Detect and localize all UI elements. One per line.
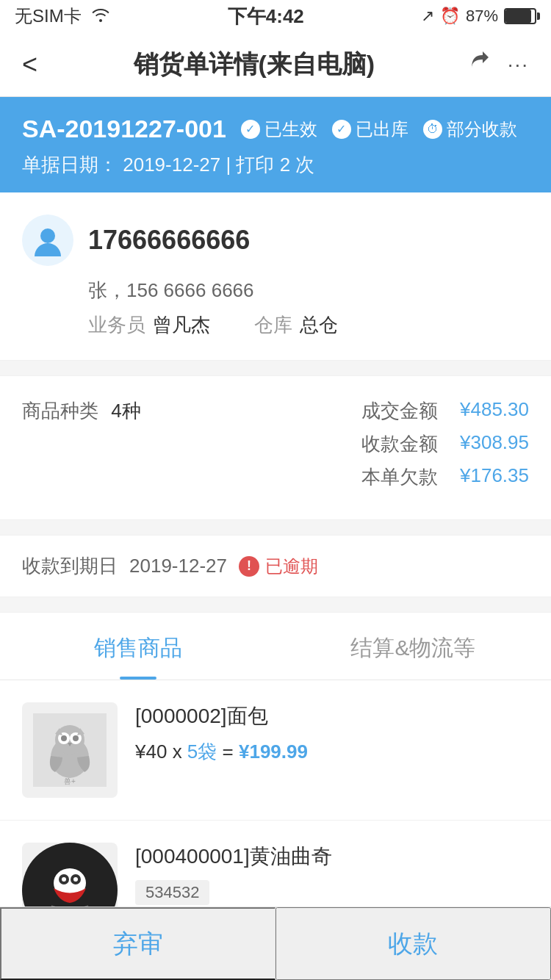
amount-label: 成交金额 (361, 398, 438, 424)
battery-percent: 87% (466, 7, 498, 26)
wifi-icon (90, 6, 111, 26)
check-icon-1: ✓ (241, 120, 260, 139)
bottom-bar: 弃审 收款 (0, 907, 551, 980)
status-shipped-label: 已出库 (356, 118, 408, 141)
customer-section: 17666666666 张，156 6666 6666 业务员 曾凡杰 仓库 总… (0, 192, 551, 361)
due-label: 收款到期日 (22, 553, 118, 579)
svg-point-14 (73, 877, 78, 882)
product-sku-2: 534532 (135, 880, 209, 905)
order-date: 2019-12-27 (123, 154, 220, 176)
received-value: ¥308.95 (460, 431, 529, 457)
sales-label: 业务员 (88, 312, 145, 338)
product-unit-price-1: ¥40 (135, 741, 167, 763)
tab-sales-products[interactable]: 销售商品 (0, 613, 276, 680)
type-value: 4种 (111, 400, 140, 422)
order-id-row: SA-20191227-001 ✓ 已生效 ✓ 已出库 ⏱ 部分收款 (22, 115, 529, 143)
order-header: SA-20191227-001 ✓ 已生效 ✓ 已出库 ⏱ 部分收款 单据日期：… (0, 97, 551, 192)
due-date: 2019-12-27 (129, 555, 227, 577)
status-left: 无SIM卡 (15, 4, 111, 28)
order-date-row: 单据日期： 2019-12-27 | 打印 2 次 (22, 152, 529, 178)
summary-row: 商品种类 4种 成交金额 ¥485.30 收款金额 ¥308.95 本单欠款 ¥… (22, 398, 529, 497)
print-info: | 打印 2 次 (226, 154, 314, 176)
back-button[interactable]: < (22, 42, 45, 87)
sales-meta: 业务员 曾凡杰 (88, 312, 210, 338)
customer-meta: 业务员 曾凡杰 仓库 总仓 (22, 312, 529, 338)
customer-row: 17666666666 (22, 215, 529, 266)
customer-name: 张，156 6666 6666 (22, 278, 529, 303)
type-label: 商品种类 4种 (22, 398, 141, 424)
customer-id[interactable]: 17666666666 (88, 225, 250, 256)
amount-value: ¥485.30 (460, 398, 529, 424)
svg-point-0 (40, 228, 55, 243)
svg-point-6 (61, 735, 67, 741)
owed-item: 本单欠款 ¥176.35 (361, 464, 529, 490)
status-partial-label: 部分收款 (447, 118, 517, 141)
status-effective: ✓ 已生效 (241, 118, 317, 141)
due-section: 收款到期日 2019-12-27 ! 已逾期 (0, 535, 551, 597)
abandon-review-button[interactable]: 弃审 (0, 907, 276, 980)
warehouse-meta: 仓库 总仓 (254, 312, 338, 338)
page-title: 销货单详情(来自电脑) (45, 48, 464, 82)
status-right: ↗ ⏰ 87% (421, 7, 536, 26)
nav-bar: < 销货单详情(来自电脑) ··· (0, 32, 551, 97)
product-name-2: [000400001]黄油曲奇 (135, 843, 529, 871)
collect-payment-button[interactable]: 收款 (276, 907, 552, 980)
tabs-row: 销售商品 结算&物流等 (0, 613, 551, 680)
product-price-1: ¥40 x 5袋 = ¥199.99 (135, 739, 529, 765)
carrier-text: 无SIM卡 (15, 4, 82, 28)
svg-point-13 (62, 877, 66, 882)
overdue-label: 已逾期 (265, 555, 318, 578)
alarm-icon: ⏰ (440, 7, 460, 26)
status-time: 下午4:42 (228, 4, 304, 29)
tab-settlement[interactable]: 结算&物流等 (276, 613, 551, 680)
product-info-1: [0000002]面包 ¥40 x 5袋 = ¥199.99 (135, 702, 529, 765)
product-thumb-1: 兽+ (22, 702, 118, 798)
tab-sales-label: 销售商品 (94, 635, 182, 660)
tab-settlement-label: 结算&物流等 (350, 635, 475, 660)
nav-actions: ··· (464, 48, 529, 81)
status-bar: 无SIM卡 下午4:42 ↗ ⏰ 87% (0, 0, 551, 32)
owed-label: 本单欠款 (361, 464, 438, 490)
product-name-1: [0000002]面包 (135, 702, 529, 730)
warehouse-label: 仓库 (254, 312, 292, 338)
svg-point-7 (73, 735, 79, 741)
order-id: SA-20191227-001 (22, 115, 226, 143)
status-shipped: ✓ 已出库 (332, 118, 408, 141)
battery-icon (504, 8, 536, 24)
sales-value: 曾凡杰 (153, 312, 210, 338)
overdue-icon: ! (239, 556, 259, 577)
product-item: 兽+ [0000002]面包 ¥40 x 5袋 = ¥199.99 (0, 680, 551, 821)
owed-value: ¥176.35 (460, 464, 529, 490)
location-icon: ↗ (421, 7, 434, 26)
summary-right: 成交金额 ¥485.30 收款金额 ¥308.95 本单欠款 ¥176.35 (361, 398, 529, 497)
overdue-badge: ! 已逾期 (239, 555, 318, 578)
more-button[interactable]: ··· (508, 53, 529, 76)
summary-left: 商品种类 4种 (22, 398, 141, 431)
status-partial: ⏱ 部分收款 (423, 118, 517, 141)
status-effective-label: 已生效 (264, 118, 317, 141)
received-item: 收款金额 ¥308.95 (361, 431, 529, 457)
check-icon-2: ✓ (332, 120, 351, 139)
product-qty-1: 5袋 (187, 741, 217, 763)
svg-text:兽+: 兽+ (64, 777, 76, 785)
summary-section: 商品种类 4种 成交金额 ¥485.30 收款金额 ¥308.95 本单欠款 ¥… (0, 375, 551, 520)
date-label: 单据日期： (22, 154, 118, 176)
received-label: 收款金额 (361, 431, 438, 457)
share-button[interactable] (464, 48, 490, 81)
amount-item: 成交金额 ¥485.30 (361, 398, 529, 424)
warehouse-value: 总仓 (300, 312, 338, 338)
avatar (22, 215, 73, 266)
tabs-section: 销售商品 结算&物流等 (0, 612, 551, 680)
product-total-1: ¥199.99 (239, 741, 308, 763)
clock-icon: ⏱ (423, 120, 442, 139)
